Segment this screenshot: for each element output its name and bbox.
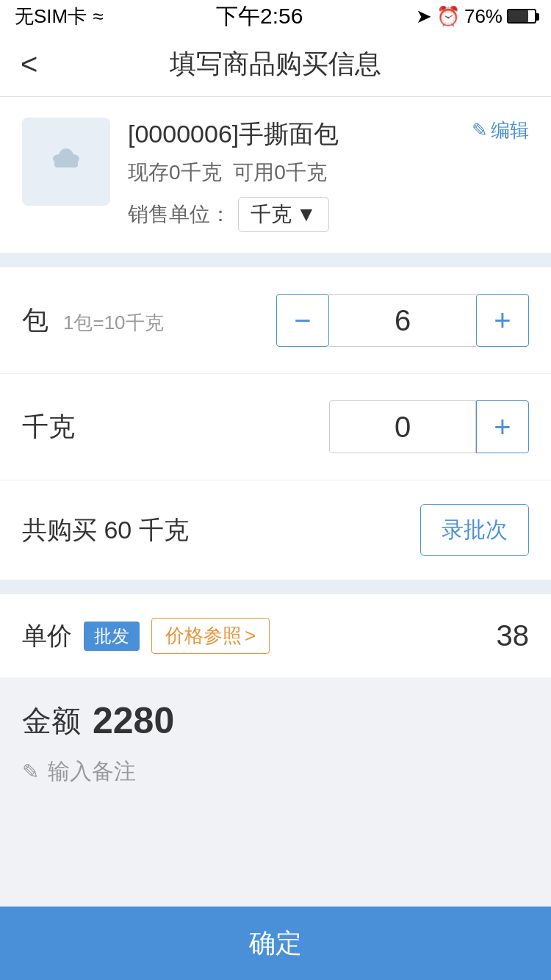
product-card: [0000006]手撕面包 ✎ 编辑 现存0千克 可用0千克 销售单位： 千克 … [0,97,551,253]
remark-row[interactable]: ✎ 输入备注 [22,757,529,801]
section-divider-1 [0,253,551,267]
product-unit-row: 销售单位： 千克 ▼ [128,197,529,232]
qty-input-kg[interactable] [329,400,476,453]
qty-plus-button-bao[interactable]: + [476,294,529,347]
price-badge: 批发 [84,621,140,651]
time-label: 下午2:56 [216,1,303,32]
amount-section: 金额 2280 ✎ 输入备注 [0,677,551,801]
carrier-label: 无SIM卡 [15,4,87,29]
qty-minus-button-bao[interactable]: − [276,294,329,347]
confirm-button[interactable]: 确定 [0,907,551,980]
product-stock: 现存0千克 可用0千克 [128,159,529,187]
product-name: [0000006]手撕面包 [128,118,339,151]
product-image-icon [44,140,88,184]
section-divider-2 [0,580,551,594]
amount-row: 金额 2280 [22,699,529,742]
alarm-icon: ⏰ [436,5,460,28]
qty-control-kg: + [329,400,529,453]
edit-button[interactable]: ✎ 编辑 [472,118,529,143]
svg-rect-3 [54,160,78,167]
edit-icon: ✎ [472,119,488,142]
status-bar: 无SIM卡 ≈ 下午2:56 ➤ ⏰ 76% [0,0,551,32]
qty-row-kg: 千克 + [0,374,551,480]
product-info: [0000006]手撕面包 ✎ 编辑 现存0千克 可用0千克 销售单位： 千克 … [128,118,529,232]
qty-row-bao: 包 1包=10千克 − + [0,267,551,374]
batch-button[interactable]: 录批次 [420,504,529,556]
battery-icon [507,9,536,24]
total-row: 共购买 60 千克 录批次 [0,480,551,580]
price-value: 38 [497,619,530,652]
amount-label: 金额 [22,701,81,741]
qty-input-bao[interactable] [329,294,476,347]
product-thumbnail [22,118,110,206]
qty-plus-button-kg[interactable]: + [476,400,529,453]
qty-label-bao: 包 1包=10千克 [22,303,276,339]
price-ref-arrow-icon: > [245,624,256,647]
page-title: 填写商品购买信息 [170,46,381,82]
qty-label-kg: 千克 [22,409,329,445]
unit-selector[interactable]: 千克 ▼ [238,197,329,232]
qty-control-bao: − + [276,294,529,347]
amount-value: 2280 [93,699,174,742]
back-button[interactable]: < [21,48,37,81]
price-section: 单价 批发 价格参照 > 38 [0,594,551,677]
price-ref-label: 价格参照 [165,623,242,649]
chevron-down-icon: ▼ [296,203,317,226]
total-label: 共购买 60 千克 [22,514,189,547]
wifi-icon: ≈ [93,5,103,28]
nav-bar: < 填写商品购买信息 [0,32,551,97]
pencil-icon: ✎ [22,760,39,784]
price-label: 单价 [22,619,72,653]
status-right: ➤ ⏰ 76% [416,5,536,28]
qty-hint-bao: 1包=10千克 [63,311,164,334]
battery-label: 76% [464,5,503,28]
qty-section: 包 1包=10千克 − + 千克 + 共购买 60 千克 录批次 [0,267,551,580]
status-left: 无SIM卡 ≈ [15,4,104,29]
remark-placeholder: 输入备注 [48,757,136,787]
price-ref-button[interactable]: 价格参照 > [151,618,270,654]
location-icon: ➤ [416,5,432,28]
